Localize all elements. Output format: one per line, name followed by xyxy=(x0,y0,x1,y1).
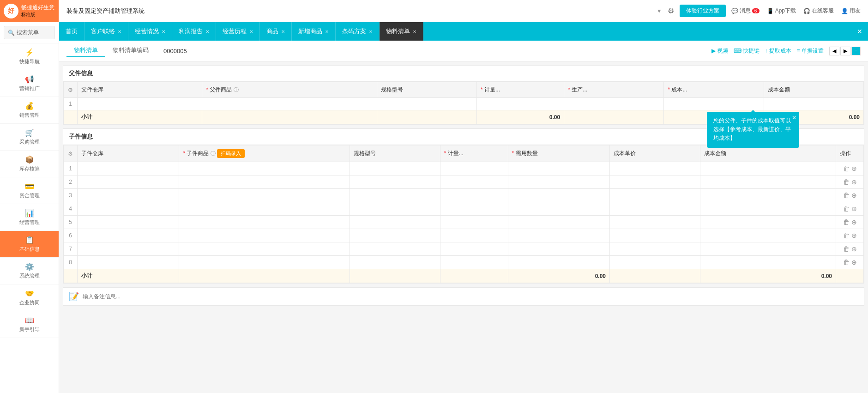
child-row-1-quantity[interactable] xyxy=(508,162,609,175)
shortcut-action[interactable]: ⌨ 快捷键 xyxy=(734,47,760,55)
tab-bom-close-icon[interactable]: ✕ xyxy=(413,29,416,34)
child-row-6-spec[interactable] xyxy=(350,229,440,242)
dropdown-arrow-icon[interactable]: ▼ xyxy=(657,8,662,14)
child-row-6-unit[interactable] xyxy=(440,229,508,242)
child-row-6-unit-cost[interactable] xyxy=(610,229,700,242)
child-row-7-product[interactable] xyxy=(179,242,350,256)
tooltip-close-icon[interactable]: ✕ xyxy=(792,114,796,122)
sidebar-item-guide[interactable]: 📖 新手引导 xyxy=(0,311,59,338)
child-row-5-quantity[interactable] xyxy=(508,216,609,229)
child-row-8-spec[interactable] xyxy=(350,256,440,269)
child-row-4-quantity[interactable] xyxy=(508,202,609,216)
extract-cost-action[interactable]: ↑ 提取成本 xyxy=(765,47,791,55)
tab-history-close-icon[interactable]: ✕ xyxy=(249,29,253,34)
child-row-8-delete-icon[interactable]: 🗑 xyxy=(843,259,850,266)
child-row-5-warehouse[interactable] xyxy=(78,216,179,229)
tab-barcode-close-icon[interactable]: ✕ xyxy=(369,29,373,34)
tab-barcode[interactable]: 条码方案 ✕ xyxy=(336,22,380,41)
user-action[interactable]: 👤 用友 xyxy=(841,7,861,15)
child-row-3-delete-icon[interactable]: 🗑 xyxy=(843,192,850,199)
child-row-7-delete-icon[interactable]: 🗑 xyxy=(843,245,850,253)
app-download-action[interactable]: 📱 App下载 xyxy=(767,7,796,15)
single-setting-action[interactable]: ≡ 单据设置 xyxy=(797,47,824,55)
child-col-gear-icon[interactable]: ⚙ xyxy=(68,151,73,157)
child-row-7-spec[interactable] xyxy=(350,242,440,256)
tab-profit-close-icon[interactable]: ✕ xyxy=(205,29,209,34)
child-row-3-unit-cost[interactable] xyxy=(610,189,700,202)
child-row-6-copy-icon[interactable]: ⊕ xyxy=(851,232,857,239)
sidebar-item-cooperation[interactable]: 🤝 企业协同 xyxy=(0,284,59,311)
settings-gear-icon[interactable]: ⚙ xyxy=(668,6,674,15)
tab-profit[interactable]: 利润报告 ✕ xyxy=(172,22,216,41)
nav-close-all-icon[interactable]: ✕ xyxy=(851,28,868,35)
child-row-5-unit[interactable] xyxy=(440,216,508,229)
child-row-4-copy-icon[interactable]: ⊕ xyxy=(851,205,857,212)
tab-bom[interactable]: 物料清单 ✕ xyxy=(380,22,423,41)
tab-home[interactable]: 首页 xyxy=(59,22,84,41)
child-row-1-unit-cost[interactable] xyxy=(610,162,700,175)
parent-row-1-product[interactable] xyxy=(202,98,377,110)
parent-row-1-spec[interactable] xyxy=(377,98,476,110)
sidebar-item-marketing[interactable]: 📢 营销推广 xyxy=(0,70,59,97)
child-row-1-unit[interactable] xyxy=(440,162,508,175)
child-row-3-copy-icon[interactable]: ⊕ xyxy=(851,192,857,199)
child-row-7-unit[interactable] xyxy=(440,242,508,256)
tab-history[interactable]: 经营历程 ✕ xyxy=(216,22,260,41)
child-row-5-delete-icon[interactable]: 🗑 xyxy=(843,218,850,226)
sidebar-item-basic-info[interactable]: 📋 基础信息 xyxy=(0,231,59,258)
child-row-5-copy-icon[interactable]: ⊕ xyxy=(851,218,857,226)
tab-product[interactable]: 商品 ✕ xyxy=(260,22,292,41)
child-row-6-warehouse[interactable] xyxy=(78,229,179,242)
view-action[interactable]: ▶ 视频 xyxy=(711,47,728,55)
parent-row-1-warehouse[interactable] xyxy=(78,98,202,110)
child-row-8-warehouse[interactable] xyxy=(78,256,179,269)
child-row-3-warehouse[interactable] xyxy=(78,189,179,202)
note-input[interactable] xyxy=(83,293,858,300)
child-row-3-product[interactable] xyxy=(179,189,350,202)
child-row-2-unit-cost[interactable] xyxy=(610,175,700,189)
col-gear-icon[interactable]: ⚙ xyxy=(68,87,73,93)
child-row-4-spec[interactable] xyxy=(350,202,440,216)
child-row-2-unit[interactable] xyxy=(440,175,508,189)
child-row-4-delete-icon[interactable]: 🗑 xyxy=(843,205,850,212)
tab-new-product[interactable]: 新增商品 ✕ xyxy=(292,22,336,41)
scan-btn[interactable]: 扫码录入 xyxy=(217,149,245,158)
child-row-2-quantity[interactable] xyxy=(508,175,609,189)
grid-view-button[interactable]: ≡ xyxy=(851,47,861,55)
child-row-4-unit-cost[interactable] xyxy=(610,202,700,216)
sidebar-item-inventory[interactable]: 📦 库存核算 xyxy=(0,151,59,177)
child-row-2-warehouse[interactable] xyxy=(78,175,179,189)
child-row-7-warehouse[interactable] xyxy=(78,242,179,256)
child-row-1-product[interactable] xyxy=(179,162,350,175)
nav-next-button[interactable]: ▶ xyxy=(840,47,850,55)
child-row-8-unit-cost[interactable] xyxy=(610,256,700,269)
child-row-5-product[interactable] xyxy=(179,216,350,229)
child-row-2-delete-icon[interactable]: 🗑 xyxy=(843,178,850,186)
search-menu-button[interactable]: 🔍 搜索菜单 xyxy=(4,26,55,39)
child-row-2-product[interactable] xyxy=(179,175,350,189)
tab-new-product-close-icon[interactable]: ✕ xyxy=(325,29,329,34)
experience-btn[interactable]: 体验行业方案 xyxy=(680,5,726,17)
child-row-3-unit[interactable] xyxy=(440,189,508,202)
sidebar-item-quicknav[interactable]: ⚡ 快捷导航 xyxy=(0,43,59,70)
tab-product-close-icon[interactable]: ✕ xyxy=(281,29,285,34)
sidebar-item-system[interactable]: ⚙️ 系统管理 xyxy=(0,258,59,284)
tab-operation[interactable]: 经营情况 ✕ xyxy=(128,22,172,41)
child-row-1-warehouse[interactable] xyxy=(78,162,179,175)
sidebar-item-operations[interactable]: 📊 经营管理 xyxy=(0,204,59,231)
message-action[interactable]: 💬 消息 6 xyxy=(731,7,760,15)
child-row-4-unit[interactable] xyxy=(440,202,508,216)
tab-customer-close-icon[interactable]: ✕ xyxy=(118,29,121,34)
child-row-1-delete-icon[interactable]: 🗑 xyxy=(843,165,850,172)
page-header-tab-bom[interactable]: 物料清单 xyxy=(66,44,105,57)
child-row-6-delete-icon[interactable]: 🗑 xyxy=(843,232,850,239)
child-row-7-quantity[interactable] xyxy=(508,242,609,256)
child-row-3-quantity[interactable] xyxy=(508,189,609,202)
child-row-1-copy-icon[interactable]: ⊕ xyxy=(851,165,857,172)
child-row-8-product[interactable] xyxy=(179,256,350,269)
child-row-6-product[interactable] xyxy=(179,229,350,242)
sidebar-item-sales[interactable]: 💰 销售管理 xyxy=(0,97,59,124)
parent-row-1-produce[interactable] xyxy=(564,98,664,110)
online-service-action[interactable]: 🎧 在线客服 xyxy=(803,7,834,15)
child-row-2-copy-icon[interactable]: ⊕ xyxy=(851,178,857,186)
